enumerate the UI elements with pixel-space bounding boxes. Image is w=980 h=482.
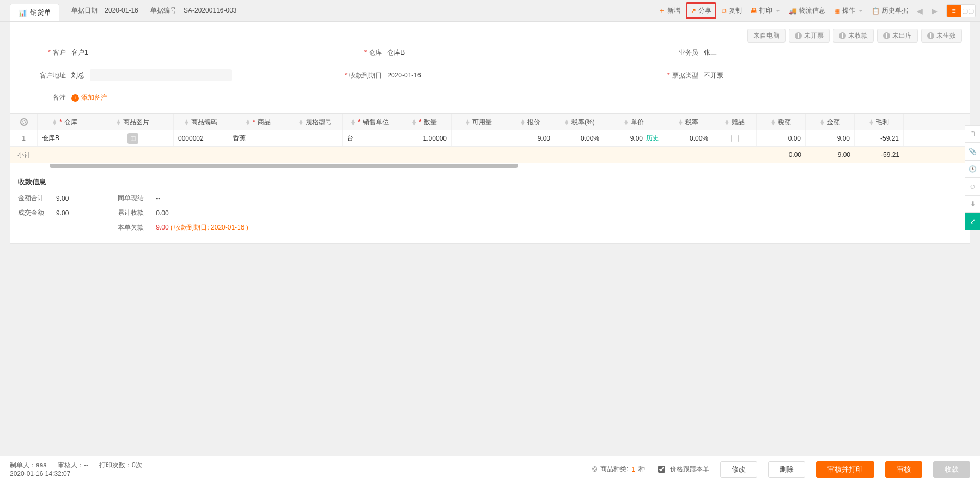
payment-section: 收款信息 金额合计9.00 成交金额9.00 同单现结-- 累计收款0.00 本… xyxy=(10,168,970,243)
field-remark: 备注 + 添加备注 xyxy=(27,93,321,103)
sku-summary: © 商品种类: 1 种 xyxy=(592,465,645,474)
card-view-toggle[interactable]: ▢▢ xyxy=(961,5,975,17)
subtotal-row: 小计 0.00 9.00 -59.21 xyxy=(10,147,970,163)
cell-quote: 9.00 xyxy=(506,130,555,146)
gear-icon xyxy=(20,118,28,126)
user-icon: ☺ xyxy=(969,183,976,190)
info-icon: i xyxy=(839,32,846,39)
row-index: 1 xyxy=(10,130,38,146)
col-spec[interactable]: ▲▼规格型号 xyxy=(288,114,343,130)
payment-title: 收款信息 xyxy=(18,177,962,187)
rail-expand[interactable]: ⤢ xyxy=(965,213,980,230)
cell-image[interactable]: ◫ xyxy=(92,130,174,146)
next-doc-button[interactable]: ▶ xyxy=(928,4,941,17)
tag-no-receipt[interactable]: i未收款 xyxy=(833,29,874,43)
share-button[interactable]: ↗分享 xyxy=(686,2,716,19)
col-sku[interactable]: ▲▼商品编码 xyxy=(174,114,228,130)
rail-log[interactable]: 🕓 xyxy=(965,160,980,178)
col-unit-price[interactable]: ▲▼单价 xyxy=(604,114,664,130)
col-gift[interactable]: ▲▼赠品 xyxy=(713,114,757,130)
prev-doc-button[interactable]: ◀ xyxy=(914,4,926,17)
footer-meta: 制单人：aaa 审核人：-- 打印次数：0次 2020-01-16 14:32:… xyxy=(10,461,142,478)
cell-gift[interactable] xyxy=(713,130,757,146)
follow-price-checkbox[interactable] xyxy=(658,466,665,473)
subtotal-profit: -59.21 xyxy=(855,147,904,163)
cell-unit: 台 xyxy=(343,130,397,146)
col-quote[interactable]: ▲▼报价 xyxy=(506,114,555,130)
receive-button: 收款 xyxy=(933,461,970,478)
view-toggle: ≡ ▢▢ xyxy=(946,4,976,17)
list-view-toggle[interactable]: ≡ xyxy=(947,5,961,17)
total-amount: 金额合计9.00 xyxy=(18,194,69,203)
delete-button[interactable]: 删除 xyxy=(768,461,805,478)
line-items-table: ▲▼*仓库 ▲▼商品图片 ▲▼商品编码 ▲▼*商品 ▲▼规格型号 ▲▼*销售单位… xyxy=(10,113,970,168)
cell-warehouse: 仓库B xyxy=(38,130,92,146)
sort-icon: ▲▼ xyxy=(624,119,629,125)
print-button[interactable]: 🖶打印 xyxy=(747,4,783,17)
rail-user[interactable]: ☺ xyxy=(965,178,980,195)
scrollbar-handle[interactable] xyxy=(50,164,518,168)
cell-tax-amt: 0.00 xyxy=(757,130,806,146)
paperclip-icon: 📎 xyxy=(969,148,977,155)
audit-button[interactable]: 审核 xyxy=(885,461,922,478)
field-customer: *客户 客户1 xyxy=(27,48,321,57)
gift-checkbox[interactable] xyxy=(731,135,739,142)
col-product[interactable]: ▲▼*商品 xyxy=(228,114,288,130)
cell-product: 香蕉 xyxy=(228,130,288,146)
tab-title: 销货单 xyxy=(30,8,51,17)
info-icon: i xyxy=(883,32,890,39)
add-remark-button[interactable]: + 添加备注 xyxy=(71,93,107,103)
edit-button[interactable]: 修改 xyxy=(720,461,757,478)
table-row[interactable]: 1 仓库B ◫ 0000002 香蕉 台 1.00000 9.00 0.00% … xyxy=(10,130,970,147)
cell-available xyxy=(452,130,506,146)
copy-icon: ⧉ xyxy=(722,7,727,15)
logistics-button[interactable]: 🚚物流信息 xyxy=(786,4,829,17)
cell-qty: 1.00000 xyxy=(397,130,452,146)
doc-number: 单据编号 SA-20200116-003 xyxy=(150,6,237,15)
settings-column[interactable] xyxy=(10,114,38,130)
col-amount[interactable]: ▲▼金额 xyxy=(806,114,855,130)
price-history-link[interactable]: 历史 xyxy=(646,134,659,143)
col-image[interactable]: ▲▼商品图片 xyxy=(92,114,174,130)
cell-tax-rate: 0.00% xyxy=(555,130,604,146)
image-placeholder-icon: ◫ xyxy=(127,133,138,144)
active-tab[interactable]: 📊 销货单 xyxy=(10,4,59,21)
history-button[interactable]: 📋历史单据 xyxy=(868,4,911,17)
col-warehouse[interactable]: ▲▼*仓库 xyxy=(38,114,92,130)
subtotal-tax: 0.00 xyxy=(757,147,806,163)
rail-download[interactable]: ⬇ xyxy=(965,195,980,213)
audit-print-button[interactable]: 审核并打印 xyxy=(816,461,874,478)
ops-button[interactable]: ▦操作 xyxy=(831,4,866,17)
col-unit[interactable]: ▲▼*销售单位 xyxy=(343,114,397,130)
copy-button[interactable]: ⧉复制 xyxy=(719,4,745,17)
col-profit[interactable]: ▲▼毛利 xyxy=(855,114,904,130)
tag-no-invoice[interactable]: i未开票 xyxy=(789,29,830,43)
history-icon: 📋 xyxy=(872,7,880,15)
tag-not-effective[interactable]: i未生效 xyxy=(921,29,962,43)
rail-attachment[interactable]: 📎 xyxy=(965,143,980,160)
h-scrollbar[interactable] xyxy=(10,163,970,168)
col-tax-pct[interactable]: ▲▼税率 xyxy=(664,114,713,130)
tag-no-stockout[interactable]: i未出库 xyxy=(877,29,918,43)
field-address: 客户地址 刘总 xyxy=(27,69,321,81)
truck-icon: 🚚 xyxy=(789,7,797,15)
copyright-icon: © xyxy=(592,466,597,473)
col-tax-rate[interactable]: ▲▼税率(%) xyxy=(555,114,604,130)
subtotal-amount: 9.00 xyxy=(806,147,855,163)
cell-spec xyxy=(288,130,343,146)
table-header: ▲▼*仓库 ▲▼商品图片 ▲▼商品编码 ▲▼*商品 ▲▼规格型号 ▲▼*销售单位… xyxy=(10,114,970,130)
sort-icon: ▲▼ xyxy=(869,119,874,125)
cell-profit: -59.21 xyxy=(855,130,904,146)
new-button[interactable]: ＋新增 xyxy=(655,4,684,17)
follow-price-toggle[interactable]: 价格跟踪本单 xyxy=(656,464,709,474)
col-available[interactable]: ▲▼可用量 xyxy=(452,114,506,130)
rail-notes[interactable]: 🗒 xyxy=(965,125,980,143)
sort-icon: ▲▼ xyxy=(678,119,684,125)
clock-icon: 🕓 xyxy=(969,165,977,173)
col-tax-amt[interactable]: ▲▼税额 xyxy=(757,114,806,130)
toolbar-actions: ＋新增 ↗分享 ⧉复制 🖶打印 🚚物流信息 ▦操作 📋历史单据 ◀ ▶ ≡ ▢▢ xyxy=(655,2,976,19)
subtotal-label: 小计 xyxy=(10,147,38,163)
col-qty[interactable]: ▲▼*数量 xyxy=(397,114,452,130)
footer-timestamp: 2020-01-16 14:32:07 xyxy=(10,469,142,478)
sort-icon: ▲▼ xyxy=(520,119,526,125)
